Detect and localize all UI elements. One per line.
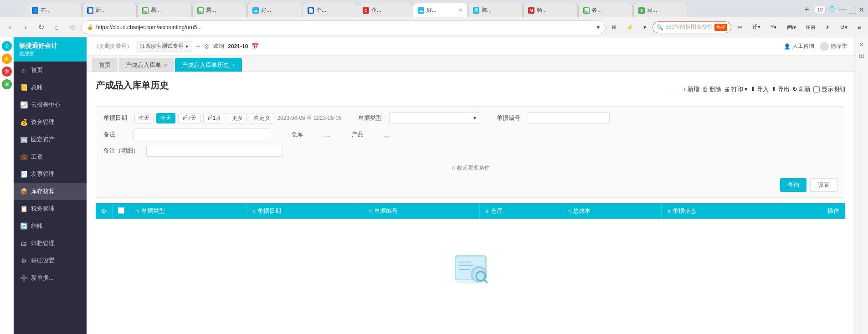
query-btn[interactable]: 查询 (780, 178, 806, 192)
page-tab-history-close[interactable]: × (232, 62, 235, 68)
forward-btn[interactable]: › (19, 21, 32, 34)
show-detail-checkbox[interactable] (813, 86, 820, 92)
collapse-bar[interactable]: ∧ 收起更多条件 (103, 161, 837, 175)
refresh-btn[interactable]: ↻ (35, 21, 47, 34)
undo-btn[interactable]: ↺▾ (837, 21, 851, 34)
bookmark-btn[interactable]: ☆ (66, 21, 78, 34)
page-tab-home[interactable]: 首页 (92, 58, 118, 72)
browser-tab-7[interactable]: C 企... (358, 3, 412, 17)
browser-tab-4[interactable]: 📊 易... (192, 3, 247, 17)
mail-icon[interactable]: ✉ (2, 79, 12, 89)
user-profile-btn[interactable]: 徐泽华 (820, 42, 847, 51)
browser-tab-11[interactable]: 📊 各... (578, 3, 633, 17)
maximize-btn[interactable]: ⬜ (847, 5, 857, 14)
browser-tab-3[interactable]: 📊 易... (137, 3, 192, 17)
weibo-icon[interactable]: 微 (2, 67, 12, 77)
show-detail-toggle[interactable]: 显示明细 (813, 85, 845, 93)
browser-tab-6[interactable]: 📄 个... (303, 3, 357, 17)
refresh-action-btn[interactable]: ↻ 刷新 (792, 85, 811, 93)
currency-btn[interactable]: ¥▾ (767, 21, 780, 34)
nav-item-inventory[interactable]: 📦 库存核算 (14, 183, 87, 200)
minimize-btn[interactable]: — (838, 5, 846, 14)
translate-btn[interactable]: 译▾ (749, 21, 764, 34)
import-action-btn[interactable]: ⬇ 导入 (750, 85, 769, 93)
new-tab-btn[interactable]: + (801, 4, 813, 15)
add-company-btn[interactable]: + (196, 42, 200, 51)
browser-tab-1[interactable]: 🌐 在... (27, 3, 82, 17)
date-custom-btn[interactable]: 自定义 (250, 113, 274, 123)
grid-icon[interactable]: ⊞ (608, 21, 620, 34)
url-dropdown-btn[interactable]: ▾ (640, 21, 650, 34)
search-360-bar[interactable]: 🔍 360智能抠图免费用 热搜 (652, 21, 731, 33)
date-today-btn[interactable]: 今天 (156, 113, 175, 123)
browser-tab-5[interactable]: ☁ 好... (247, 3, 302, 17)
new-action-btn[interactable]: + 新增 (683, 85, 699, 93)
tax-icon: 📋 (20, 205, 27, 212)
more-btn[interactable]: ≡ (854, 21, 864, 34)
browser-tab-8[interactable]: ☁ 好... ✕ (413, 3, 467, 17)
print-action-btn[interactable]: 🖨 打印 ▾ (724, 85, 748, 93)
export-action-btn[interactable]: ⬆ 导出 (771, 85, 790, 93)
period-calendar-icon[interactable]: 📅 (252, 43, 259, 50)
delete-action-btn[interactable]: 🗑 删除 (702, 85, 721, 93)
empty-state (96, 219, 845, 319)
table-col-bill-number[interactable]: ⇅ 单据编号 (363, 203, 480, 219)
browser-tab-10[interactable]: M 畅... (523, 3, 578, 17)
lightning-btn[interactable]: ⚡ (623, 21, 637, 34)
date-more-btn[interactable]: 更多 (228, 113, 247, 123)
nav-item-newbill[interactable]: ➕ 新单据... (14, 269, 87, 287)
date-1month-btn[interactable]: 近1月 (203, 113, 226, 123)
page-tab-history[interactable]: 产成品入库单历史 × (175, 58, 241, 72)
company-settings-btn[interactable]: ⚙ (204, 43, 210, 50)
nav-item-reports[interactable]: 📈 云报表中心 (14, 96, 87, 113)
number-input[interactable] (528, 112, 610, 124)
date-7days-btn[interactable]: 近7天 (178, 113, 200, 123)
nav-item-settings[interactable]: ⚙ 基础设置 (14, 252, 87, 269)
nav-item-settle[interactable]: 🔄 结账 (14, 217, 87, 235)
nav-item-fixed[interactable]: 🏢 固定资产 (14, 131, 87, 148)
game-btn[interactable]: 🎮▾ (783, 21, 800, 34)
remark-detail-input[interactable] (146, 145, 283, 157)
table-select-all-checkbox[interactable] (118, 207, 124, 214)
nav-item-funds[interactable]: 💰 资金管理 (14, 113, 87, 131)
home-btn[interactable]: ⌂ (50, 21, 63, 34)
product-dots-btn[interactable]: ... (382, 130, 391, 139)
date-yesterday-btn[interactable]: 昨天 (134, 113, 154, 123)
star-icon[interactable]: ⭐ (2, 54, 12, 64)
type-select[interactable]: ▾ (389, 112, 480, 124)
nav-item-tax[interactable]: 📋 税务管理 (14, 200, 87, 217)
table-col-warehouse[interactable]: ⇅ 仓库 (480, 203, 562, 219)
back-btn[interactable]: ‹ (4, 21, 16, 34)
browser-tab-9[interactable]: 腾 腾... (468, 3, 523, 17)
panel-close-btn[interactable]: ✕ (859, 41, 864, 48)
close-btn[interactable]: ✕ (858, 5, 864, 14)
nav-item-invoice[interactable]: 🧾 发票管理 (14, 165, 87, 183)
remark-input[interactable] (134, 128, 270, 140)
tab-count-badge[interactable]: 12 (815, 6, 826, 13)
chanjet-logo-icon[interactable]: © (2, 41, 12, 51)
table-col-bill-date[interactable]: ⇅ 单据日期 (247, 203, 363, 219)
table-checkbox-col[interactable] (113, 203, 130, 219)
url-bar[interactable]: 🔒 https://cloud.chanjet.com/accounting/u… (81, 21, 606, 34)
browser-tab-12[interactable]: S 目... (633, 3, 688, 17)
scissors-icon[interactable]: ✂ (734, 21, 746, 34)
table-col-total-cost[interactable]: ⇅ 总成本 (562, 203, 661, 219)
page-tab-inbound-close[interactable]: × (164, 62, 167, 68)
table-gear-col[interactable]: ⚙ (96, 203, 113, 219)
table-col-bill-type[interactable]: ⇅ 单据类型 (130, 203, 247, 219)
ai-consult-btn[interactable]: 👤 人工咨询 (784, 42, 814, 50)
nav-item-archive[interactable]: 🗂 归档管理 (14, 235, 87, 252)
nav-item-wages[interactable]: 💼 工资 (14, 148, 87, 165)
nav-item-home[interactable]: ⌂ 首页 (14, 62, 87, 79)
warehouse-dots-btn[interactable]: ... (321, 130, 331, 139)
brightness-btn[interactable]: ☀ (822, 21, 834, 34)
set-btn[interactable]: 设置 (810, 178, 837, 192)
company-selector[interactable]: 江西服宝测试专用 ▾ (136, 41, 192, 51)
tab-8-close[interactable]: ✕ (458, 7, 462, 13)
nav-item-general[interactable]: 📒 总账 (14, 79, 87, 96)
page-tab-inbound[interactable]: 产成品入库单 × (119, 58, 174, 72)
apps-btn[interactable]: ⊞⊞ (802, 21, 819, 34)
panel-expand-btn[interactable]: ⊞ (859, 52, 864, 59)
table-col-bill-status[interactable]: ⇅ 单据状态 (662, 203, 778, 219)
browser-tab-2[interactable]: 📄 新... (82, 3, 137, 17)
